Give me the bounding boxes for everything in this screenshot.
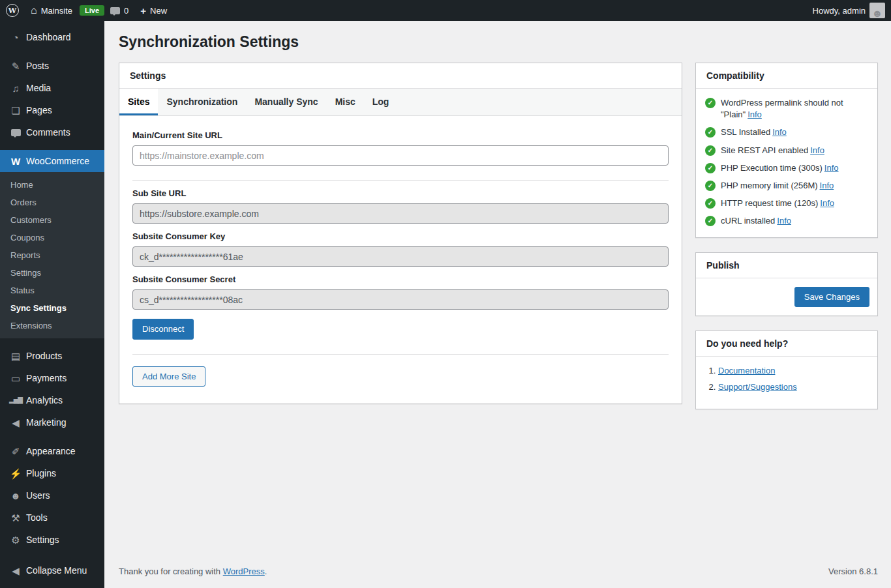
sidebar-item-comments[interactable]: Comments	[0, 121, 104, 143]
menu-separator	[0, 143, 104, 150]
sub-site-url-input[interactable]	[132, 203, 669, 224]
compatibility-box: Compatibility ✓ WordPress permalink shou…	[695, 63, 878, 238]
sidebar-subitem-extensions[interactable]: Extensions	[0, 317, 104, 334]
consumer-key-input[interactable]	[132, 246, 669, 267]
help-list-item: Support/Suggestions	[718, 382, 867, 392]
menu-separator	[0, 434, 104, 440]
woocommerce-submenu: Home Orders Customers Coupons Reports Se…	[0, 172, 104, 338]
sidebar-subitem-reports[interactable]: Reports	[0, 246, 104, 264]
sidebar-item-media[interactable]: ♫ Media	[0, 77, 104, 99]
info-link[interactable]: Info	[772, 127, 787, 137]
site-name-label: Mainsite	[41, 6, 72, 16]
sub-site-url-label: Sub Site URL	[132, 188, 669, 198]
admin-bar: W ⌂ Mainsite Live 0 + New Howdy, admin ☻	[0, 0, 891, 21]
check-circle-icon: ✓	[705, 127, 716, 138]
plus-icon: +	[140, 6, 146, 16]
help-header: Do you need help?	[696, 331, 877, 357]
settings-box: Settings Sites Synchronization Manually …	[119, 63, 682, 404]
consumer-key-label: Subsite Consumer Key	[132, 231, 669, 241]
tab-misc[interactable]: Misc	[327, 89, 364, 115]
sidebar-item-posts[interactable]: ✎ Posts	[0, 55, 104, 77]
tab-manually-sync[interactable]: Manually Sync	[246, 89, 326, 115]
sidebar-subitem-settings[interactable]: Settings	[0, 264, 104, 282]
consumer-secret-label: Subsite Consumer Secret	[132, 274, 669, 284]
sidebar-spacer	[0, 551, 104, 559]
new-content-button[interactable]: + New	[134, 0, 173, 21]
sidebar-item-users[interactable]: ☻ Users	[0, 484, 104, 507]
disconnect-button[interactable]: Disconnect	[132, 319, 194, 340]
collapse-menu-button[interactable]: ◀ Collapse Menu	[0, 559, 104, 581]
main-site-url-input[interactable]	[132, 145, 669, 166]
sidebar-subitem-status[interactable]: Status	[0, 282, 104, 299]
compat-item-ssl: ✓ SSL InstalledInfo	[705, 126, 868, 138]
wordpress-logo-button[interactable]: W	[0, 0, 25, 21]
save-changes-button[interactable]: Save Changes	[794, 287, 869, 308]
sidebar-item-settings[interactable]: ⚙ Settings	[0, 529, 104, 551]
footer-thanks-text: Thank you for creating with WordPress.	[119, 566, 267, 576]
sidebar-item-analytics[interactable]: ▂▅▇ Analytics	[0, 389, 104, 411]
sidebar-item-tools[interactable]: ⚒ Tools	[0, 507, 104, 529]
sidebar-item-marketing[interactable]: ◀ Marketing	[0, 411, 104, 434]
info-link[interactable]: Info	[748, 110, 762, 119]
tab-log[interactable]: Log	[364, 89, 398, 115]
tab-sites[interactable]: Sites	[119, 89, 158, 115]
tools-icon: ⚒	[7, 513, 25, 523]
sidebar-subitem-orders[interactable]: Orders	[0, 194, 104, 211]
woocommerce-icon: W	[7, 156, 25, 166]
info-link[interactable]: Info	[777, 216, 791, 226]
compat-item-curl: ✓ cURL installedInfo	[705, 215, 868, 227]
sidebar-item-pages[interactable]: ❏ Pages	[0, 99, 104, 121]
compat-item-permalink: ✓ WordPress permalink should not "Plain"…	[705, 97, 868, 121]
version-label: Version 6.8.1	[828, 566, 878, 576]
compat-item-php-execution: ✓ PHP Execution time (300s)Info	[705, 162, 868, 174]
plugins-icon: ⚡	[7, 469, 25, 478]
sidebar-item-dashboard[interactable]: ◔ Dashboard	[0, 26, 104, 48]
home-icon: ⌂	[31, 5, 37, 16]
info-link[interactable]: Info	[820, 181, 834, 190]
settings-icon: ⚙	[7, 535, 25, 545]
info-link[interactable]: Info	[810, 145, 824, 155]
support-suggestions-link[interactable]: Support/Suggestions	[718, 382, 797, 392]
main-site-url-label: Main/Current Site URL	[132, 130, 669, 140]
menu-separator	[0, 338, 104, 345]
add-more-site-button[interactable]: Add More Site	[132, 366, 205, 387]
divider	[132, 180, 669, 181]
sidebar-item-payments[interactable]: ▭ Payments	[0, 367, 104, 389]
help-box: Do you need help? Documentation Support/…	[695, 331, 878, 409]
sidebar-subitem-customers[interactable]: Customers	[0, 211, 104, 229]
dashboard-icon: ◔	[7, 33, 25, 42]
sidebar-subitem-coupons[interactable]: Coupons	[0, 229, 104, 246]
analytics-icon: ▂▅▇	[7, 397, 25, 404]
check-circle-icon: ✓	[705, 98, 716, 108]
site-name-button[interactable]: ⌂ Mainsite	[25, 0, 78, 21]
info-link[interactable]: Info	[820, 198, 834, 208]
settings-box-header: Settings	[119, 63, 682, 89]
sidebar-subitem-home[interactable]: Home	[0, 176, 104, 194]
check-circle-icon: ✓	[705, 216, 716, 226]
documentation-link[interactable]: Documentation	[718, 366, 775, 375]
sidebar-item-appearance[interactable]: ✐ Appearance	[0, 440, 104, 462]
check-circle-icon: ✓	[705, 163, 716, 173]
comment-bubble-icon	[110, 7, 120, 14]
publish-header: Publish	[696, 253, 877, 278]
comments-icon	[7, 128, 25, 138]
sidebar-item-woocommerce[interactable]: W WooCommerce	[0, 150, 104, 172]
media-icon: ♫	[7, 83, 25, 93]
tab-synchronization[interactable]: Synchronization	[158, 89, 246, 115]
comments-admin-bar-button[interactable]: 0	[104, 0, 134, 21]
appearance-icon: ✐	[7, 447, 25, 456]
sidebar-subitem-sync-settings[interactable]: Sync Settings	[0, 299, 104, 317]
sidebar-item-plugins[interactable]: ⚡ Plugins	[0, 462, 104, 484]
user-silhouette-icon: ☻	[872, 9, 883, 18]
content-area: Synchronization Settings Settings Sites …	[104, 0, 891, 588]
check-circle-icon: ✓	[705, 181, 716, 191]
check-circle-icon: ✓	[705, 145, 716, 156]
settings-tabs: Sites Synchronization Manually Sync Misc…	[119, 89, 682, 116]
info-link[interactable]: Info	[824, 163, 839, 173]
consumer-secret-input[interactable]	[132, 289, 669, 310]
sidebar-item-products[interactable]: ▤ Products	[0, 345, 104, 367]
wordpress-link[interactable]: WordPress	[223, 566, 265, 576]
account-menu-button[interactable]: Howdy, admin ☻	[807, 0, 891, 21]
menu-separator	[0, 48, 104, 55]
collapse-arrow-icon: ◀	[7, 566, 25, 576]
